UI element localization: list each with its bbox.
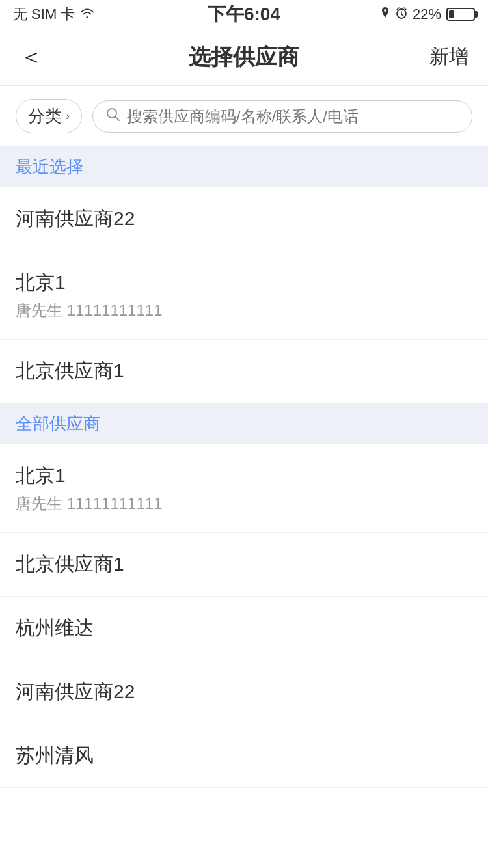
list-item[interactable]: 北京供应商1 bbox=[0, 340, 488, 403]
item-name: 河南供应商22 bbox=[16, 679, 472, 705]
search-box[interactable] bbox=[92, 100, 472, 133]
content: 最近选择河南供应商22北京1唐先生 11111111111北京供应商1全部供应商… bbox=[0, 146, 488, 788]
status-time: 下午6:04 bbox=[208, 2, 280, 27]
item-name: 杭州维达 bbox=[16, 615, 472, 642]
filter-bar: 分类 › bbox=[0, 86, 488, 146]
category-label: 分类 bbox=[28, 105, 62, 128]
location-icon bbox=[380, 6, 390, 23]
list-item[interactable]: 河南供应商22 bbox=[0, 660, 488, 724]
list-item[interactable]: 北京1唐先生 11111111111 bbox=[0, 251, 488, 340]
item-name: 北京供应商1 bbox=[16, 358, 472, 385]
list-item[interactable]: 北京1唐先生 11111111111 bbox=[0, 444, 488, 533]
search-icon bbox=[106, 107, 120, 126]
status-bar: 无 SIM 卡 下午6:04 22% bbox=[0, 0, 488, 29]
chevron-right-icon: › bbox=[66, 109, 70, 123]
section-header-all: 全部供应商 bbox=[0, 403, 488, 444]
alarm-icon bbox=[396, 6, 407, 23]
item-sub: 唐先生 11111111111 bbox=[16, 493, 472, 514]
item-name: 河南供应商22 bbox=[16, 206, 472, 232]
back-button[interactable]: ＜ bbox=[20, 41, 59, 73]
list-item[interactable]: 北京供应商1 bbox=[0, 533, 488, 597]
list-item[interactable]: 杭州维达 bbox=[0, 597, 488, 660]
page-title: 选择供应商 bbox=[189, 42, 299, 72]
item-name: 北京1 bbox=[16, 269, 472, 296]
list-item[interactable]: 河南供应商22 bbox=[0, 187, 488, 251]
item-sub: 唐先生 11111111111 bbox=[16, 300, 472, 321]
wifi-icon bbox=[80, 6, 94, 23]
status-left: 无 SIM 卡 bbox=[13, 5, 94, 24]
section-header-recent: 最近选择 bbox=[0, 146, 488, 187]
new-button[interactable]: 新增 bbox=[429, 44, 468, 70]
category-button[interactable]: 分类 › bbox=[16, 99, 82, 133]
battery-label: 22% bbox=[413, 6, 441, 23]
no-sim-label: 无 SIM 卡 bbox=[13, 5, 75, 24]
search-input[interactable] bbox=[127, 107, 459, 126]
item-name: 北京1 bbox=[16, 463, 472, 489]
nav-bar: ＜ 选择供应商 新增 bbox=[0, 29, 488, 86]
item-name: 苏州清风 bbox=[16, 742, 472, 769]
item-name: 北京供应商1 bbox=[16, 551, 472, 578]
status-right: 22% bbox=[380, 6, 475, 23]
battery-icon bbox=[446, 8, 475, 21]
list-item[interactable]: 苏州清风 bbox=[0, 724, 488, 788]
